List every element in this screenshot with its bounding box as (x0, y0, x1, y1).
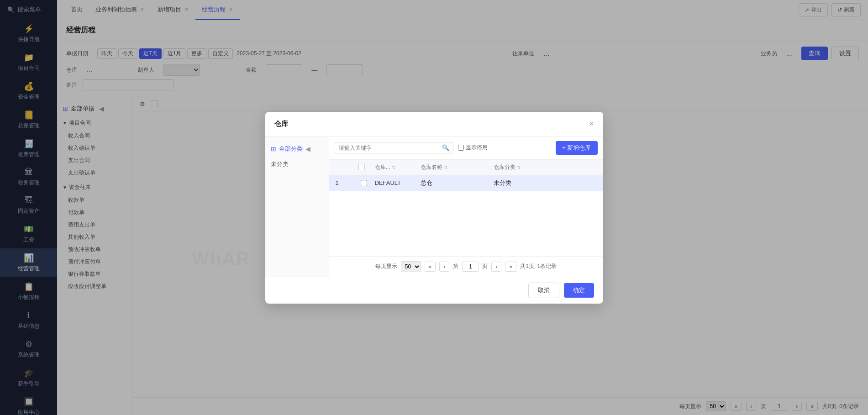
modal-left-header[interactable]: ⊞ 全部分类 ◀ (265, 141, 329, 157)
th-code-label: 仓库... (375, 163, 390, 171)
td-seq: 1 (333, 176, 356, 190)
td-category: 未分类 (491, 175, 564, 191)
modal-confirm-button[interactable]: 确定 (564, 283, 594, 298)
th-category-sort-icon[interactable]: ⇅ (517, 165, 521, 170)
modal-per-page-label: 每页显示 (375, 263, 397, 270)
td-name: 总仓 (418, 175, 491, 191)
modal-collapse-button[interactable]: ◀ (305, 145, 310, 152)
modal-table-header: 仓库... ⇅ 仓库名称 ⇅ 仓库分类 ⇅ (329, 160, 603, 175)
modal-first-btn[interactable]: « (425, 262, 436, 272)
modal-header: 仓库 × (265, 112, 603, 137)
modal-title: 仓库 (274, 120, 288, 128)
modal-pagination: 每页显示 50 « ‹ 第 页 › » 共1页, 1条记录 (329, 256, 603, 277)
grid-icon-modal: ⊞ (271, 145, 276, 152)
row-checkbox[interactable] (361, 180, 367, 186)
th-code: 仓库... ⇅ (372, 160, 418, 175)
modal-page-suffix: 页 (482, 263, 488, 270)
table-row[interactable]: 1 DEFAULT 总仓 未分类 (329, 175, 603, 191)
show-disabled-checkbox[interactable] (458, 145, 464, 151)
modal-search-icon: 🔍 (442, 144, 449, 151)
modal-page-input[interactable] (462, 262, 479, 272)
modal-total: 共1页, 1条记录 (520, 263, 557, 270)
modal-per-page-select[interactable]: 50 (401, 261, 421, 272)
th-select-all-checkbox[interactable] (358, 164, 365, 170)
modal-page-label: 第 (453, 263, 458, 270)
modal-left-panel: ⊞ 全部分类 ◀ 未分类 (265, 137, 329, 277)
modal-body: ⊞ 全部分类 ◀ 未分类 🔍 显示停用 + 新增仓库 (265, 137, 603, 277)
th-category: 仓库分类 ⇅ (491, 160, 564, 175)
modal-next-btn[interactable]: › (491, 262, 501, 272)
td-checkbox[interactable] (356, 176, 372, 190)
modal-cancel-button[interactable]: 取消 (528, 283, 559, 298)
modal-last-btn[interactable]: » (505, 262, 516, 272)
warehouse-modal: 仓库 × ⊞ 全部分类 ◀ 未分类 🔍 显示停用 + (265, 112, 603, 304)
show-disabled-text: 显示停用 (466, 144, 488, 152)
modal-table: 仓库... ⇅ 仓库名称 ⇅ 仓库分类 ⇅ 1 (329, 160, 603, 256)
th-checkbox (356, 160, 372, 175)
modal-search-box[interactable]: 🔍 (335, 142, 453, 153)
th-name: 仓库名称 ⇅ (418, 160, 491, 175)
modal-toolbar: 🔍 显示停用 + 新增仓库 (329, 137, 603, 160)
th-category-label: 仓库分类 (494, 163, 516, 171)
modal-close-button[interactable]: × (589, 119, 594, 129)
th-name-sort-icon[interactable]: ⇅ (444, 165, 447, 170)
th-seq (333, 160, 356, 175)
modal-footer: 取消 确定 (265, 277, 603, 304)
show-disabled-label[interactable]: 显示停用 (458, 144, 488, 152)
th-code-sort-icon[interactable]: ⇅ (392, 165, 395, 170)
th-name-label: 仓库名称 (421, 163, 442, 171)
modal-prev-btn[interactable]: ‹ (439, 262, 449, 272)
modal-left-item-未分类[interactable]: 未分类 (265, 157, 329, 172)
modal-right-panel: 🔍 显示停用 + 新增仓库 仓库... ⇅ (329, 137, 603, 277)
modal-search-input[interactable] (339, 145, 439, 151)
add-warehouse-button[interactable]: + 新增仓库 (556, 141, 597, 155)
td-code: DEFAULT (372, 176, 418, 190)
modal-all-label: 全部分类 (279, 145, 303, 153)
